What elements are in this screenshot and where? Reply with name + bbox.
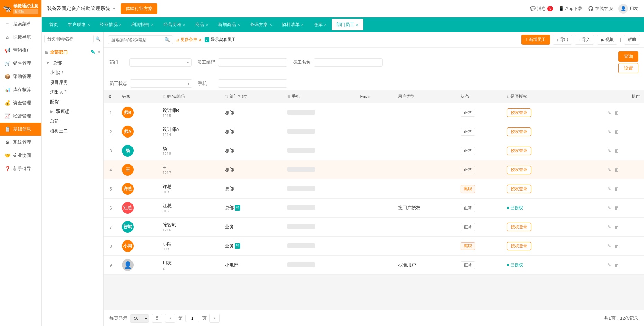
auth-btn[interactable]: 授权登录 <box>507 185 531 193</box>
tab-home[interactable]: 首页 <box>44 19 63 30</box>
delete-icon[interactable]: 🗑 <box>614 110 619 115</box>
edit-icon[interactable]: ✎ <box>607 186 611 192</box>
tree-collapse-icon[interactable]: « <box>97 49 100 55</box>
tree-node-zongbu[interactable]: 总部 <box>42 116 103 126</box>
tab-material-close[interactable]: ✕ <box>301 23 304 27</box>
sidebar-item-marketing[interactable]: 📢 营销推广 <box>0 44 41 57</box>
tab-barcode[interactable]: 条码方案 ✕ <box>245 19 277 30</box>
edit-icon[interactable]: ✎ <box>607 205 611 211</box>
auth-btn[interactable]: 授权登录 <box>507 108 531 117</box>
search-input[interactable] <box>111 37 163 42</box>
trial-btn[interactable]: 体验行业方案 <box>121 3 157 14</box>
first-page-btn[interactable]: 首 <box>152 314 162 323</box>
next-page-btn[interactable]: ＞ <box>209 314 220 323</box>
sidebar-item-finance[interactable]: 💰 资金管理 <box>0 96 41 109</box>
tab-customer[interactable]: 客户联络 ✕ <box>63 19 95 30</box>
emp-name-input[interactable] <box>314 58 383 67</box>
import-btn[interactable]: ↓ 导入 <box>575 35 594 45</box>
col-settings[interactable]: ⚙ <box>104 90 118 103</box>
query-btn[interactable]: 查询 <box>618 51 638 62</box>
tab-sales-hist[interactable]: 经营情况 ✕ <box>95 19 127 30</box>
service-btn[interactable]: 🎧 在线客服 <box>588 6 613 12</box>
dropdown-icon[interactable]: ▾ <box>113 6 115 11</box>
page-number-input[interactable] <box>185 315 199 322</box>
reset-btn[interactable]: 设置 <box>618 63 638 73</box>
per-page-select[interactable]: 50 100 <box>130 314 149 323</box>
sidebar-item-shortcut[interactable]: ⌂ 快捷导航 <box>0 30 41 44</box>
tree-node-peihuo[interactable]: 配货 <box>42 97 103 107</box>
auth-btn[interactable]: 授权登录 <box>507 147 531 155</box>
sidebar-item-enterprise[interactable]: 🤝 企业协同 <box>0 149 41 162</box>
edit-icon[interactable]: ✎ <box>607 129 611 134</box>
sidebar-item-inventory[interactable]: 📊 库存核算 <box>0 83 41 96</box>
sidebar-item-operation[interactable]: 📈 经营管理 <box>0 109 41 123</box>
tree-search-icon[interactable]: 🔍 <box>95 36 101 42</box>
tab-process[interactable]: 经营历程 ✕ <box>158 19 190 30</box>
delete-icon[interactable]: 🗑 <box>614 167 619 173</box>
tab-warehouse[interactable]: 仓库 ✕ <box>309 19 332 30</box>
tab-material[interactable]: 物料清单 ✕ <box>277 19 309 30</box>
delete-icon[interactable]: 🗑 <box>614 129 619 134</box>
tab-profit-close[interactable]: ✕ <box>151 23 154 27</box>
edit-icon[interactable]: ✎ <box>607 262 611 268</box>
auth-btn[interactable]: 授权登录 <box>507 166 531 174</box>
edit-icon[interactable]: ✎ <box>607 243 611 249</box>
sidebar-item-basic[interactable]: 📋 基础信息 <box>0 123 41 136</box>
tab-new-goods-close[interactable]: ✕ <box>237 23 240 27</box>
search-icon[interactable]: 🔍 <box>164 37 170 42</box>
tree-node-root[interactable]: ▼ 总部 <box>42 58 103 68</box>
tab-goods-close[interactable]: ✕ <box>206 23 208 27</box>
tree-edit-icon[interactable]: ✎ <box>91 49 95 55</box>
tab-staff[interactable]: 部门员工 ✕ <box>332 19 363 30</box>
tree-node-project[interactable]: 项目库房 <box>42 78 103 87</box>
sidebar-item-search[interactable]: ≡ 搜索菜单 <box>0 17 41 30</box>
tab-profit[interactable]: 利润报告 ✕ <box>127 19 158 30</box>
sidebar-item-system[interactable]: ⚙ 系统管理 <box>0 136 41 149</box>
auth-btn[interactable]: 授权登录 <box>507 242 531 250</box>
tab-goods[interactable]: 商品 ✕ <box>190 19 213 30</box>
sidebar-item-sales[interactable]: 🛒 销售管理 <box>0 57 41 70</box>
tree-node-shenyang[interactable]: 沈阳大库 <box>42 87 103 97</box>
export-btn[interactable]: ↑ 导出 <box>553 35 572 45</box>
tab-barcode-close[interactable]: ✕ <box>269 23 272 27</box>
auth-btn[interactable]: 授权登录 <box>507 223 531 231</box>
video-btn[interactable]: ▶ 视频 <box>597 35 617 45</box>
auth-btn[interactable]: 授权登录 <box>507 127 531 136</box>
prev-page-btn[interactable]: ＜ <box>165 314 175 323</box>
tab-staff-close[interactable]: ✕ <box>356 23 359 27</box>
sidebar-item-guide[interactable]: ❓ 新手引导 <box>0 162 41 175</box>
edit-icon[interactable]: ✎ <box>607 148 611 153</box>
delete-icon[interactable]: 🗑 <box>614 243 619 249</box>
add-employee-btn[interactable]: + 新增员工 <box>521 35 550 45</box>
delete-icon[interactable]: 🗑 <box>614 224 619 230</box>
tab-sales-hist-close[interactable]: ✕ <box>119 23 122 27</box>
tree-node-shuangshu[interactable]: ▶ 双庶想 <box>42 107 103 116</box>
sidebar-item-purchase[interactable]: 📦 采购管理 <box>0 70 41 83</box>
tree-search-input[interactable] <box>44 35 94 43</box>
help-btn[interactable]: 帮助 <box>624 35 640 45</box>
more-filter-btn[interactable]: ⊿ 更多条件 ∧ <box>176 37 202 43</box>
delete-icon[interactable]: 🗑 <box>614 205 619 211</box>
delete-icon[interactable]: 🗑 <box>614 148 619 153</box>
tab-customer-close[interactable]: ✕ <box>87 23 90 27</box>
col-phone[interactable]: ⇅ 手机 <box>283 90 356 103</box>
show-resign-toggle[interactable]: ✓ 显示离职员工 <box>205 37 236 43</box>
tree-node-zhaowang[interactable]: 植树王二 <box>42 126 103 136</box>
delete-icon[interactable]: 🗑 <box>614 262 619 268</box>
status-select[interactable] <box>130 79 192 88</box>
tab-warehouse-close[interactable]: ✕ <box>324 23 327 27</box>
app-download-btn[interactable]: 📱 App下载 <box>559 6 582 12</box>
edit-icon[interactable]: ✎ <box>607 110 611 115</box>
dept-select[interactable] <box>129 58 192 67</box>
edit-icon[interactable]: ✎ <box>607 224 611 230</box>
user-btn[interactable]: 👤 用友 <box>618 4 638 14</box>
tab-new-goods[interactable]: 新增商品 ✕ <box>213 19 245 30</box>
emp-code-input[interactable] <box>218 58 287 67</box>
col-name[interactable]: ⇅ 姓名/编码 <box>158 90 221 103</box>
edit-icon[interactable]: ✎ <box>607 167 611 173</box>
col-dept[interactable]: ⇅ 部门/职位 <box>221 90 283 103</box>
phone-input[interactable] <box>218 79 287 88</box>
tree-node-xiaodian[interactable]: 小电部 <box>42 68 103 78</box>
tab-process-close[interactable]: ✕ <box>183 23 185 27</box>
message-btn[interactable]: 💬 消息 5 <box>530 6 553 12</box>
